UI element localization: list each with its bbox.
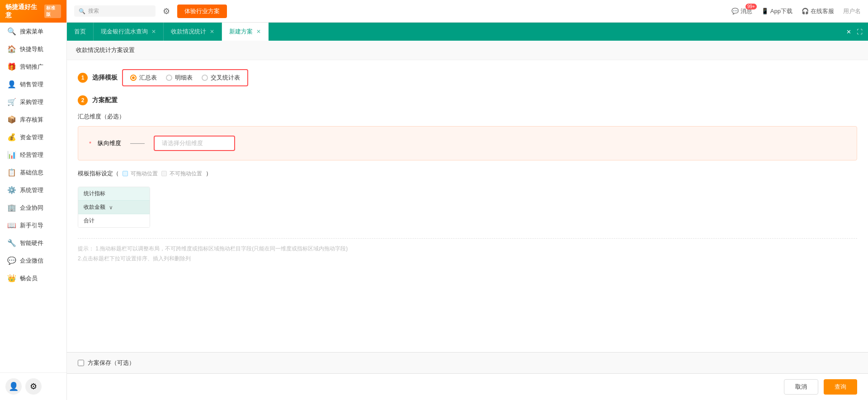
radio-cross-circle xyxy=(202,75,208,81)
sidebar-icon-sales: 👤 xyxy=(7,80,16,89)
user-label: 用户名 xyxy=(843,7,861,15)
search-bar[interactable]: 🔍 搜索 xyxy=(74,5,156,17)
sidebar-item-operations[interactable]: 📊经营管理 xyxy=(0,146,66,164)
sidebar-item-inventory[interactable]: 📦库存核算 xyxy=(0,111,66,128)
support-label: 在线客服 xyxy=(811,7,834,15)
sidebar-icon-member: 👑 xyxy=(7,274,16,282)
download-icon: 📱 xyxy=(761,8,769,14)
tab-new-plan[interactable]: 新建方案✕ xyxy=(222,23,269,41)
step1-title: 选择模板 xyxy=(92,74,118,82)
sidebar-icon-quick-nav: 🏠 xyxy=(7,45,16,53)
sidebar-label-enterprise: 企业协同 xyxy=(20,204,43,212)
tab-close-receipt-stats[interactable]: ✕ xyxy=(210,28,214,35)
tab-receipt-stats[interactable]: 收款情况统计✕ xyxy=(164,23,222,41)
search-icon: 🔍 xyxy=(79,8,85,14)
metrics-column-row[interactable]: 收款金额 ∨ xyxy=(78,201,150,214)
support-item[interactable]: 🎧 在线客服 xyxy=(802,7,834,15)
sidebar-label-finance: 资金管理 xyxy=(20,133,43,141)
metrics-dropdown-icon[interactable]: ∨ xyxy=(109,204,113,211)
tab-label-home: 首页 xyxy=(74,28,86,36)
sidebar-item-quick-nav[interactable]: 🏠快捷导航 xyxy=(0,40,66,58)
radio-detail-circle xyxy=(166,75,172,81)
topbar: 🔍 搜索 ⚙ 体验行业方案 💬 消息 99+ 📱 App下载 🎧 在线客服 用户… xyxy=(67,0,868,23)
radio-detail[interactable]: 明细表 xyxy=(166,74,193,82)
sidebar-item-wechat[interactable]: 💬企业微信 xyxy=(0,252,66,269)
query-button[interactable]: 查询 xyxy=(824,379,857,395)
sidebar-logo: 畅捷通好生意 标准版 xyxy=(0,0,66,23)
sidebar-item-sales[interactable]: 👤销售管理 xyxy=(0,75,66,93)
logo-text: 畅捷通好生意 xyxy=(5,3,42,19)
sidebar-item-enterprise[interactable]: 🏢企业协同 xyxy=(0,199,66,216)
sidebar-item-marketing[interactable]: 🎁营销推广 xyxy=(0,58,66,75)
tab-close-bank-flow[interactable]: ✕ xyxy=(151,28,156,35)
trial-button[interactable]: 体验行业方案 xyxy=(177,5,227,18)
save-checkbox[interactable] xyxy=(78,360,84,366)
bottom-bar: 取消 查询 xyxy=(67,373,868,400)
sidebar-icon-hardware: 🔧 xyxy=(7,239,16,247)
tabbar-maximize-icon[interactable]: ⛶ xyxy=(857,28,863,35)
settings-icon[interactable]: ⚙ xyxy=(163,6,170,16)
sidebar-label-search-menu: 搜索菜单 xyxy=(20,28,43,36)
page-header-title: 收款情况统计方案设置 xyxy=(76,47,135,53)
metrics-section-close: ） xyxy=(206,169,212,178)
step1-number: 1 xyxy=(78,73,88,83)
tab-close-new-plan[interactable]: ✕ xyxy=(256,28,261,35)
tabbar-close-icon[interactable]: ✕ xyxy=(846,28,851,35)
tabbar: 首页现金银行流水查询✕收款情况统计✕新建方案✕✕⛶ xyxy=(67,23,868,41)
sidebar-item-hardware[interactable]: 🔧智能硬件 xyxy=(0,234,66,252)
metrics-section-title: 模板指标设定（ xyxy=(78,169,119,178)
sidebar-icon-finance: 💰 xyxy=(7,133,16,141)
radio-summary-circle xyxy=(130,75,137,81)
sidebar-icon-search-menu: 🔍 xyxy=(7,27,16,36)
sidebar-label-wechat: 企业微信 xyxy=(20,257,43,265)
metrics-data-row: 合计 xyxy=(78,214,150,227)
sidebar-item-guide[interactable]: 📖新手引导 xyxy=(0,216,66,234)
sidebar-icon-guide: 📖 xyxy=(7,221,16,230)
sidebar-footer: 👤 ⚙ xyxy=(0,372,66,400)
template-options: 汇总表 明细表 交叉统计表 xyxy=(122,69,248,86)
sidebar-label-guide: 新手引导 xyxy=(20,221,43,230)
sidebar-label-system: 系统管理 xyxy=(20,186,43,194)
sidebar-label-marketing: 营销推广 xyxy=(20,63,43,71)
tab-label-bank-flow: 现金银行流水查询 xyxy=(101,28,148,36)
sidebar-item-finance[interactable]: 💰资金管理 xyxy=(0,128,66,146)
tabbar-actions: ✕⛶ xyxy=(841,23,868,41)
tab-label-new-plan: 新建方案 xyxy=(229,28,253,36)
radio-cross[interactable]: 交叉统计表 xyxy=(202,74,240,82)
tab-bank-flow[interactable]: 现金银行流水查询✕ xyxy=(94,23,164,41)
sidebar-label-hardware: 智能硬件 xyxy=(20,239,43,247)
sidebar-item-purchase[interactable]: 🛒采购管理 xyxy=(0,93,66,111)
sidebar-label-quick-nav: 快捷导航 xyxy=(20,45,43,53)
sidebar: 畅捷通好生意 标准版 🔍搜索菜单🏠快捷导航🎁营销推广👤销售管理🛒采购管理📦库存核… xyxy=(0,0,67,400)
sidebar-item-search-menu[interactable]: 🔍搜索菜单 xyxy=(0,23,66,40)
sidebar-item-member[interactable]: 👑畅会员 xyxy=(0,269,66,287)
notification-item[interactable]: 💬 消息 99+ xyxy=(731,7,752,15)
dimension-area: * 纵向维度 —— 请选择分组维度 xyxy=(78,126,857,160)
sidebar-footer-btn-1[interactable]: 👤 xyxy=(5,378,22,395)
save-label: 方案保存（可选） xyxy=(88,359,135,367)
metrics-table: 统计指标 收款金额 ∨ 合计 xyxy=(78,187,150,228)
legend-dot-blue xyxy=(123,171,128,176)
legend-fixed: 不可拖动位置 xyxy=(161,170,202,178)
tab-label-receipt-stats: 收款情况统计 xyxy=(171,28,206,36)
form-container: 1 选择模板 汇总表 明细表 交叉统计表 xyxy=(67,60,868,352)
sidebar-item-basic-info[interactable]: 📋基础信息 xyxy=(0,164,66,181)
dimension-input[interactable]: 请选择分组维度 xyxy=(154,136,235,151)
sidebar-item-system[interactable]: ⚙️系统管理 xyxy=(0,181,66,199)
sidebar-icon-enterprise: 🏢 xyxy=(7,203,16,212)
radio-summary[interactable]: 汇总表 xyxy=(130,74,157,82)
tip-line-1: 提示： 1.拖动标题栏可以调整布局，不可跨维度或指标区域拖动栏目字段(只能在同一… xyxy=(78,244,857,254)
download-item[interactable]: 📱 App下载 xyxy=(761,7,793,15)
sidebar-label-member: 畅会员 xyxy=(20,274,38,282)
page-header: 收款情况统计方案设置 xyxy=(67,41,868,60)
sidebar-icon-operations: 📊 xyxy=(7,151,16,159)
sidebar-label-inventory: 库存核算 xyxy=(20,116,43,124)
tab-home[interactable]: 首页 xyxy=(67,23,94,41)
sidebar-nav: 🔍搜索菜单🏠快捷导航🎁营销推广👤销售管理🛒采购管理📦库存核算💰资金管理📊经营管理… xyxy=(0,23,66,372)
cancel-button[interactable]: 取消 xyxy=(784,379,818,395)
tip-line-2: 2.点击标题栏下拉可设置排序、插入列和删除列 xyxy=(78,254,857,264)
required-star: * xyxy=(89,140,91,147)
metrics-section: 模板指标设定（ 可拖动位置 不可拖动位置 ） 统计指标 xyxy=(78,169,857,229)
radio-summary-label: 汇总表 xyxy=(139,74,157,82)
sidebar-footer-btn-2[interactable]: ⚙ xyxy=(25,378,42,395)
